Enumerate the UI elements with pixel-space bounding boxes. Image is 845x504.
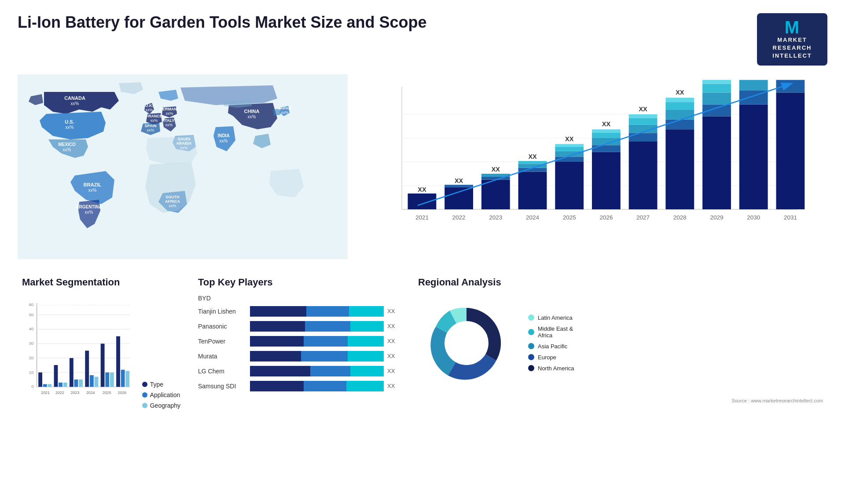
bar-seg3 [346, 381, 384, 391]
svg-text:2021: 2021 [415, 214, 429, 220]
reg-dot-europe [528, 354, 534, 360]
player-byd-name: BYD [198, 295, 211, 302]
legend-label-type: Type [150, 381, 163, 388]
svg-rect-72 [629, 133, 658, 141]
bar-seg3 [350, 366, 384, 376]
svg-text:SPAIN: SPAIN [145, 124, 157, 128]
svg-text:xx%: xx% [88, 188, 97, 193]
world-map-svg: CANADA xx% U.S. xx% MEXICO xx% BRAZIL xx… [18, 74, 348, 259]
legend-dot-geo [142, 403, 147, 408]
svg-rect-82 [665, 98, 694, 102]
svg-text:60: 60 [29, 302, 34, 307]
bar-seg2 [304, 381, 346, 391]
legend-geography: Geography [142, 402, 180, 409]
donut-legend-area: Latin America Middle East &Africa Asia P… [418, 295, 823, 391]
svg-text:xx%: xx% [281, 110, 288, 115]
svg-rect-64 [592, 152, 621, 209]
player-name-murata: Murata [198, 353, 246, 360]
reg-legend-na: North America [528, 365, 574, 372]
reg-label-apac: Asia Pacific [538, 343, 567, 350]
legend-type: Type [142, 381, 180, 388]
svg-text:2031: 2031 [784, 214, 797, 220]
svg-text:MEXICO: MEXICO [58, 142, 76, 147]
player-row-tenpower: TenPower XX [198, 336, 400, 347]
reg-legend-latin: Latin America [528, 314, 574, 321]
player-value-panasonic: XX [387, 323, 400, 329]
svg-text:XX: XX [602, 121, 611, 128]
svg-text:XX: XX [492, 165, 500, 172]
svg-text:XX: XX [676, 89, 684, 96]
player-name-panasonic: Panasonic [198, 323, 246, 330]
legend-label-geo: Geography [150, 402, 180, 409]
svg-text:AFRICA: AFRICA [165, 199, 180, 204]
svg-rect-129 [79, 379, 83, 387]
svg-text:2024: 2024 [526, 214, 540, 220]
reg-legend-mea: Middle East &Africa [528, 325, 574, 339]
segmentation-section: Market Segmentation 0 10 20 30 [18, 272, 185, 413]
logo-line3: INTELLECT [772, 52, 812, 60]
svg-text:xx%: xx% [66, 125, 74, 130]
svg-text:ARGENTINA: ARGENTINA [76, 205, 102, 209]
bottom-row: Market Segmentation 0 10 20 30 [18, 272, 827, 413]
svg-rect-135 [101, 343, 105, 387]
reg-label-europe: Europe [538, 354, 556, 361]
svg-rect-74 [629, 118, 658, 124]
player-byd: BYD [198, 295, 400, 302]
svg-text:XX: XX [455, 177, 463, 184]
reg-dot-na [528, 365, 534, 371]
legend-application: Application [142, 391, 180, 398]
bar-seg2 [310, 366, 350, 376]
svg-text:xx%: xx% [63, 147, 71, 152]
svg-text:2029: 2029 [710, 214, 723, 220]
player-row-panasonic: Panasonic XX [198, 321, 400, 332]
regional-section: Regional Analysis [414, 272, 827, 413]
svg-text:U.K.: U.K. [145, 103, 153, 108]
svg-rect-67 [592, 132, 621, 138]
world-map-container: CANADA xx% U.S. xx% MEXICO xx% BRAZIL xx… [18, 74, 348, 259]
svg-rect-80 [665, 110, 694, 120]
bar-chart-inner: XX 2021 XX 2022 XX 2023 XX 2024 [365, 79, 819, 237]
bar-chart-svg: XX 2021 XX 2022 XX 2023 XX 2024 [365, 79, 819, 237]
svg-rect-121 [48, 384, 51, 387]
svg-rect-89 [702, 80, 731, 84]
bar-seg1 [250, 321, 305, 332]
player-bar-lgchem [250, 366, 384, 376]
svg-rect-85 [702, 116, 731, 209]
svg-text:2023: 2023 [71, 390, 80, 394]
logo: M MARKET RESEARCH INTELLECT [757, 13, 827, 66]
svg-rect-127 [70, 358, 73, 387]
svg-text:ITALY: ITALY [164, 118, 175, 123]
svg-rect-57 [555, 162, 584, 209]
svg-rect-92 [739, 104, 768, 209]
bar-chart-section: XX 2021 XX 2022 XX 2023 XX 2024 [356, 74, 827, 259]
svg-rect-128 [74, 379, 78, 387]
svg-text:GERMANY: GERMANY [159, 107, 180, 111]
reg-dot-mea [528, 329, 534, 335]
player-row-samsung: Samsung SDI XX [198, 381, 400, 391]
player-row-murata: Murata XX [198, 351, 400, 362]
svg-text:2023: 2023 [489, 214, 502, 220]
player-value-tianjin: XX [387, 308, 400, 314]
bar-seg1 [250, 381, 304, 391]
bar-seg2 [304, 336, 348, 347]
bar-seg2 [301, 351, 348, 362]
top-row: CANADA xx% U.S. xx% MEXICO xx% BRAZIL xx… [18, 74, 827, 259]
bar-seg1 [250, 306, 306, 317]
svg-text:xx%: xx% [147, 128, 154, 132]
player-value-lgchem: XX [387, 368, 400, 374]
svg-rect-97 [776, 92, 805, 209]
svg-rect-94 [739, 80, 768, 90]
svg-text:xx%: xx% [180, 146, 187, 150]
svg-text:2027: 2027 [636, 214, 650, 220]
svg-rect-43 [445, 185, 473, 187]
svg-rect-120 [43, 384, 47, 387]
svg-text:JAPAN: JAPAN [278, 106, 291, 110]
segmentation-title: Market Segmentation [22, 277, 180, 288]
player-bar-samsung [250, 381, 384, 391]
svg-text:2021: 2021 [41, 390, 50, 394]
svg-text:XX: XX [565, 135, 574, 142]
svg-text:SOUTH: SOUTH [165, 195, 180, 199]
player-row-tianjin: Tianjin Lishen XX [198, 306, 400, 317]
svg-text:2022: 2022 [55, 390, 64, 394]
svg-rect-61 [555, 144, 584, 146]
